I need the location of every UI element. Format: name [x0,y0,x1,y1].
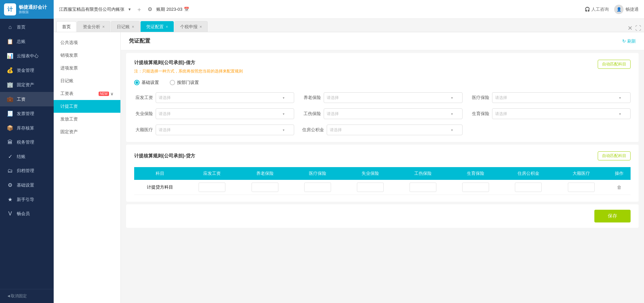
input-maternity-0[interactable] [462,183,489,192]
dropdown-arrow-salary: ▾ [283,96,284,100]
menu-item-sales[interactable]: 销项发票 [54,49,120,62]
tab-close-journal[interactable]: × [132,24,134,29]
save-button[interactable]: 保存 [594,210,631,222]
input-housing-0[interactable] [515,183,542,192]
input-unemployment-0[interactable] [357,183,384,192]
menu-item-accrual[interactable]: 计提工资 [54,100,120,113]
sidebar-item-invoice[interactable]: 🧾发票管理 [0,106,54,121]
field-housing: 住房公积金 请选择 ▾ [302,124,462,135]
sidebar-item-inventory[interactable]: 📦库存核算 [0,121,54,135]
radio-basic[interactable]: 基础设置 [134,80,159,86]
auto-match-debit-button[interactable]: 自动匹配科目 [598,60,631,69]
sidebar-item-checkout[interactable]: ✓结账 [0,149,54,164]
sidebar-item-payroll[interactable]: 💼工资 [0,92,54,106]
settings-icon[interactable]: ⚙ [148,6,152,12]
placeholder-maternity: 请选择 [495,111,507,117]
nav-label-guide: 新手引导 [17,197,34,203]
placeholder-medical: 请选择 [495,95,507,101]
add-account-button[interactable]: ＋ [135,5,144,13]
sidebar-item-home[interactable]: ⌂首页 [0,20,54,34]
dropdown-arrow-medical: ▾ [619,96,621,100]
select-housing[interactable]: 请选择 ▾ [327,124,462,135]
nav-label-inventory: 库存核算 [17,125,34,131]
input-injury-0[interactable] [410,183,436,192]
save-area: 保存 [126,204,639,228]
col-医疗保险: 医疗保险 [291,167,344,180]
field-unemployment: 失业保险 请选择 ▾ [134,108,294,119]
refresh-button[interactable]: ↻ 刷新 [622,38,636,44]
select-unemployment[interactable]: 请选择 ▾ [156,108,294,119]
cancel-fixed-button[interactable]: ◄取消固定 [0,289,54,303]
label-injury: 工伤保险 [302,111,321,117]
menu-item-payroll_table[interactable]: 工资表NEW∨ [54,87,120,100]
menu-item-journal[interactable]: 日记账 [54,74,120,87]
sidebar-item-guide[interactable]: ★新手引导 [0,192,54,207]
select-salary[interactable]: 请选择 ▾ [156,92,294,103]
nav-icon-checkout: ✓ [7,153,13,160]
tab-close-tax[interactable]: × [200,24,202,29]
nav-label-home: 首页 [17,24,25,30]
tab-tax[interactable]: 个税申报× [174,21,208,32]
tab-home[interactable]: 首页 [56,21,76,32]
col-失业保险: 失业保险 [344,167,396,180]
company-dropdown-icon[interactable]: ▾ [128,7,131,12]
menu-label-journal: 日记账 [60,78,73,84]
placeholder-large_medical: 请选择 [159,127,171,133]
label-medical: 医疗保险 [471,95,489,101]
select-maternity[interactable]: 请选择 ▾ [492,108,631,119]
sidebar-item-tax[interactable]: 🏛税务管理 [0,135,54,149]
select-large_medical[interactable]: 请选择 ▾ [156,124,294,135]
input-medical-0[interactable] [304,183,331,192]
menu-label-sales: 销项发票 [60,52,78,58]
tab-funds[interactable]: 资金分析× [77,21,110,32]
col-养老保险: 养老保险 [238,167,291,180]
left-menu: 公共选项销项发票进项发票日记账工资表NEW∨计提工资发放工资固定资产 [54,32,121,303]
col-工伤保险: 工伤保险 [397,167,449,180]
headset-icon: 🎧 [585,7,590,12]
tab-close-voucher[interactable]: × [166,24,168,29]
sidebar-item-assets[interactable]: 🏢固定资产 [0,78,54,92]
input-pension-0[interactable] [252,183,278,192]
nav-icon-vip: V [7,211,13,217]
main-area: 江西服宝精品有限责任公司内账张 ▾ ＋ ⚙ 账期 2023-03 📅 🎧 人工咨… [54,0,644,303]
radio-dept-circle [170,80,175,85]
placeholder-salary: 请选择 [159,95,171,101]
menu-item-fixed_assets[interactable]: 固定资产 [54,125,120,138]
radio-dept-label: 按部门设置 [177,80,199,86]
col-科目: 科目 [134,167,186,180]
close-window-button[interactable]: ✕ [628,24,633,32]
placeholder-injury: 请选择 [327,111,339,117]
nav-icon-payroll: 💼 [7,96,13,102]
menu-item-public[interactable]: 公共选项 [54,36,120,49]
input-salary-0[interactable] [199,183,225,192]
sidebar-item-vip[interactable]: V畅会员 [0,207,54,221]
nav-icon-reports: 📊 [7,53,13,59]
select-injury[interactable]: 请选择 ▾ [324,108,462,119]
maximize-window-button[interactable]: ⛶ [635,25,641,32]
sidebar-item-ledger[interactable]: 📋总账 [0,34,54,49]
sidebar-item-funds[interactable]: 💰资金管理 [0,63,54,78]
select-medical[interactable]: 请选择 ▾ [492,92,631,103]
input-large_medical-0[interactable] [568,183,595,192]
auto-match-credit-button[interactable]: 自动匹配科目 [598,151,631,160]
delete-row-button-0[interactable]: 🗑 [617,185,622,190]
sidebar-item-settings[interactable]: ⚙基础设置 [0,178,54,192]
radio-dept[interactable]: 按部门设置 [170,80,199,86]
dropdown-arrow-large_medical: ▾ [283,128,284,132]
field-salary: 应发工资 请选择 ▾ [134,92,294,103]
nav-icon-tax: 🏛 [7,139,13,145]
tab-close-funds[interactable]: × [102,24,105,29]
user-menu[interactable]: 👤 畅捷通 [614,5,639,14]
menu-item-distribute[interactable]: 发放工资 [54,113,120,125]
logo-subtitle: 旗舰版 [19,10,47,14]
sidebar-item-archive[interactable]: 🗂归档管理 [0,164,54,178]
debit-section-header: 计提核算规则(公司承担)-借方 注：只能选择一种方式，系统将按照您当前的选择来配… [134,60,243,80]
tab-journal[interactable]: 日记账× [111,21,140,32]
tab-voucher[interactable]: 凭证配置× [141,21,174,32]
service-button[interactable]: 🎧 人工咨询 [585,6,609,12]
select-pension[interactable]: 请选择 ▾ [324,92,462,103]
sidebar-item-reports[interactable]: 📊云报表中心 [0,49,54,63]
calendar-icon[interactable]: 📅 [184,7,189,12]
tab-label-journal: 日记账 [117,24,130,30]
menu-item-purchase[interactable]: 进项发票 [54,62,120,74]
